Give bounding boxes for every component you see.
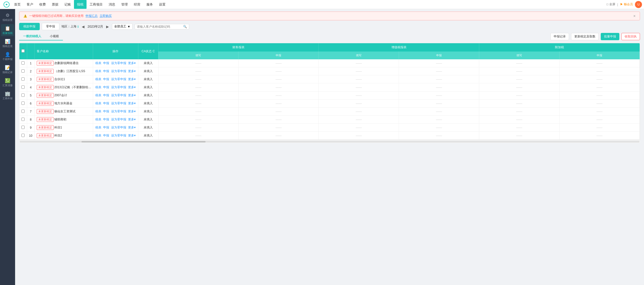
op-tax-table-2[interactable]: 税表 xyxy=(95,77,101,81)
row-check-1[interactable] xyxy=(21,69,25,73)
op-declare-8[interactable]: 申报 xyxy=(103,126,109,129)
op-more-2[interactable]: 更多▾ xyxy=(128,77,136,81)
declaration-records-button[interactable]: 申报记录 xyxy=(550,33,569,40)
op-zero-declare-6[interactable]: 设为零申报 xyxy=(111,110,126,113)
op-tax-table-1[interactable]: 税表 xyxy=(95,69,101,73)
op-zero-declare-4[interactable]: 设为零申报 xyxy=(111,93,126,97)
op-declare-9[interactable]: 申报 xyxy=(103,134,109,137)
op-more-3[interactable]: 更多▾ xyxy=(128,85,136,89)
alert-close-button[interactable]: ✕ xyxy=(633,14,636,18)
row-check-7[interactable] xyxy=(21,118,25,121)
op-more-0[interactable]: 更多▾ xyxy=(128,61,136,65)
row-check-0[interactable] xyxy=(21,61,25,65)
op-more-5[interactable]: 更多▾ xyxy=(128,102,136,105)
nav-client[interactable]: 客户 xyxy=(24,0,36,9)
nav-message[interactable]: 消息 xyxy=(106,0,118,9)
op-declare-3[interactable]: 申报 xyxy=(103,85,109,89)
sidebar-item-tax-overview[interactable]: 📊 报税总览 xyxy=(1,37,14,49)
sidebar-item-personal-tax[interactable]: 👤 个税申报 xyxy=(1,50,14,62)
fullscreen-button[interactable]: □ 全屏 xyxy=(607,2,615,7)
op-declare-0[interactable]: 申报 xyxy=(103,61,109,65)
nav-operation[interactable]: 经营 xyxy=(131,0,143,9)
row-checkbox-8[interactable] xyxy=(19,124,27,132)
fetch-back-button[interactable]: 收取回执 xyxy=(621,33,640,40)
row-check-3[interactable] xyxy=(21,85,25,89)
row-check-4[interactable] xyxy=(21,93,25,97)
sidebar-item-batch-tax[interactable]: 📋 批量报税 xyxy=(1,24,14,36)
op-more-1[interactable]: 更多▾ xyxy=(128,69,136,73)
op-zero-declare-8[interactable]: 设为零申报 xyxy=(111,126,126,129)
op-tax-table-4[interactable]: 税表 xyxy=(95,93,101,97)
row-check-5[interactable] xyxy=(21,102,25,105)
nav-invoice[interactable]: 票据 xyxy=(49,0,61,9)
nav-service[interactable]: 服务 xyxy=(143,0,156,9)
nav-accounting[interactable]: 记账 xyxy=(61,0,74,9)
member-button[interactable]: ▶ 畅会员 xyxy=(620,2,633,7)
sidebar-item-annual-report[interactable]: 🏢 工商年报 xyxy=(1,89,14,102)
row-checkbox-7[interactable] xyxy=(19,116,27,124)
row-checkbox-9[interactable] xyxy=(19,132,27,140)
op-tax-table-8[interactable]: 税表 xyxy=(95,126,101,129)
tab-general-taxpayer[interactable]: 一般的纳税人 xyxy=(19,33,45,40)
nav-fee[interactable]: 收费 xyxy=(36,0,49,9)
scroll-thumb[interactable] xyxy=(82,141,206,142)
row-checkbox-5[interactable] xyxy=(19,100,27,108)
update-fetch-button[interactable]: 更新税定及取数 xyxy=(571,33,599,40)
nav-business[interactable]: 工商项目 xyxy=(87,0,106,9)
info-icon[interactable]: ℹ xyxy=(77,25,79,28)
sidebar-item-tax-settings[interactable]: ⚙ 报税设置 xyxy=(1,11,14,23)
op-more-4[interactable]: 更多▾ xyxy=(128,93,136,97)
op-zero-declare-5[interactable]: 设为零申报 xyxy=(111,102,126,105)
nav-home[interactable]: 首页 xyxy=(11,0,24,9)
row-check-2[interactable] xyxy=(21,77,25,81)
select-all-checkbox[interactable] xyxy=(21,49,25,53)
op-zero-declare-2[interactable]: 设为零申报 xyxy=(111,77,126,81)
sidebar-item-annual-clear[interactable]: 💹 汇算清缴 xyxy=(1,76,14,88)
sidebar-item-tax-records[interactable]: 📝 报税记录 xyxy=(1,63,14,75)
row-checkbox-1[interactable] xyxy=(19,67,27,75)
nav-tax[interactable]: 报税 xyxy=(74,0,87,9)
horizontal-scrollbar[interactable] xyxy=(19,140,640,143)
row-check-8[interactable] xyxy=(21,126,25,129)
op-zero-declare-1[interactable]: 设为零申报 xyxy=(111,69,126,73)
alert-link-buy[interactable]: 立即购买 xyxy=(100,14,112,18)
row-checkbox-2[interactable] xyxy=(19,75,27,83)
op-declare-4[interactable]: 申报 xyxy=(103,93,109,97)
row-checkbox-4[interactable] xyxy=(19,91,27,100)
date-prev-button[interactable]: ◀ xyxy=(81,24,86,29)
op-more-6[interactable]: 更多▾ xyxy=(128,110,136,113)
batch-declaration-button[interactable]: 批量申报 xyxy=(601,33,619,40)
nav-settings[interactable]: 设置 xyxy=(156,0,169,9)
op-tax-table-7[interactable]: 税表 xyxy=(95,118,101,121)
op-zero-declare-0[interactable]: 设为零申报 xyxy=(111,61,126,65)
row-check-9[interactable] xyxy=(21,134,25,137)
alert-link-summary[interactable]: 申报汇总 xyxy=(86,14,98,18)
row-checkbox-6[interactable] xyxy=(19,108,27,116)
op-declare-7[interactable]: 申报 xyxy=(103,118,109,121)
op-declare-2[interactable]: 申报 xyxy=(103,77,109,81)
op-zero-declare-7[interactable]: 设为零申报 xyxy=(111,118,126,121)
tab-tax-declaration[interactable]: 税款申报 xyxy=(19,23,40,30)
tab-small-scale[interactable]: 小规模 xyxy=(46,33,63,40)
op-more-9[interactable]: 更多▾ xyxy=(128,134,136,137)
op-zero-declare-3[interactable]: 设为零申报 xyxy=(111,85,126,89)
nav-manage[interactable]: 管理 xyxy=(118,0,131,9)
tab-zero-declaration[interactable]: 零申报 xyxy=(42,23,59,30)
op-tax-table-0[interactable]: 税表 xyxy=(95,61,101,65)
op-tax-table-3[interactable]: 税表 xyxy=(95,85,101,89)
search-input[interactable] xyxy=(137,25,182,28)
row-checkbox-0[interactable] xyxy=(19,59,27,67)
op-more-8[interactable]: 更多▾ xyxy=(128,126,136,129)
op-declare-5[interactable]: 申报 xyxy=(103,102,109,105)
date-next-button[interactable]: ▶ xyxy=(105,24,110,29)
search-icon[interactable]: 🔍 xyxy=(183,25,187,28)
op-declare-1[interactable]: 申报 xyxy=(103,69,109,73)
op-tax-table-6[interactable]: 税表 xyxy=(95,110,101,113)
staff-selector[interactable]: 全部员工 ▼ xyxy=(112,23,133,30)
op-more-7[interactable]: 更多▾ xyxy=(128,118,136,121)
op-tax-table-5[interactable]: 税表 xyxy=(95,102,101,105)
op-zero-declare-9[interactable]: 设为零申报 xyxy=(111,134,126,137)
row-checkbox-3[interactable] xyxy=(19,83,27,91)
row-check-6[interactable] xyxy=(21,110,25,113)
op-declare-6[interactable]: 申报 xyxy=(103,110,109,113)
